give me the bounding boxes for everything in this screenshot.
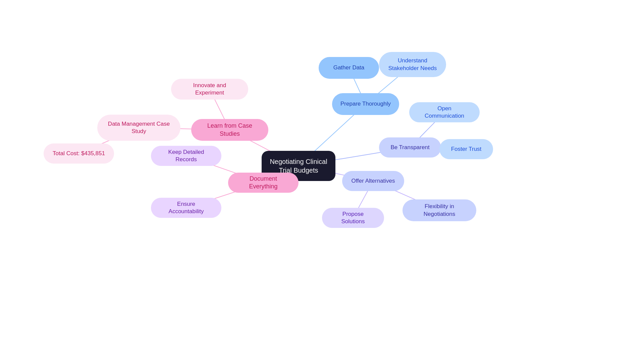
data-management-case-study-node[interactable]: Data Management Case Study [97, 115, 180, 141]
be-transparent-node[interactable]: Be Transparent [379, 137, 441, 158]
connection-lines [0, 0, 644, 363]
prepare-thoroughly-node[interactable]: Prepare Thoroughly [332, 93, 399, 115]
flexibility-negotiations-node[interactable]: Flexibility in Negotiations [402, 199, 476, 221]
gather-data-node[interactable]: Gather Data [319, 57, 379, 79]
ensure-accountability-node[interactable]: Ensure Accountability [151, 198, 221, 218]
total-cost-node[interactable]: Total Cost: $435,851 [44, 143, 114, 164]
mindmap-canvas: Negotiating Clinical Trial Budgets Gathe… [0, 0, 644, 363]
innovate-experiment-node[interactable]: Innovate and Experiment [171, 79, 248, 100]
keep-detailed-records-node[interactable]: Keep Detailed Records [151, 146, 221, 166]
learn-from-case-studies-node[interactable]: Learn from Case Studies [191, 119, 268, 141]
offer-alternatives-node[interactable]: Offer Alternatives [342, 171, 404, 191]
document-everything-node[interactable]: Document Everything [228, 173, 299, 193]
foster-trust-node[interactable]: Foster Trust [439, 139, 493, 159]
understand-stakeholder-node[interactable]: Understand Stakeholder Needs [379, 52, 446, 77]
open-communication-node[interactable]: Open Communication [409, 102, 480, 122]
propose-solutions-node[interactable]: Propose Solutions [322, 208, 384, 228]
